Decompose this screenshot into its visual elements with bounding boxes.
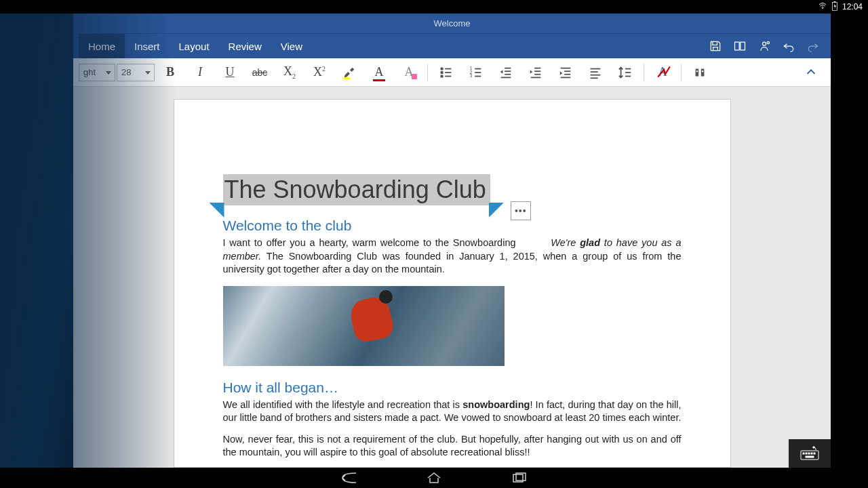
selection-region[interactable]: The Snowboarding Club ••• (223, 174, 490, 205)
p1-frag-d: The Snowboarding Club was founded in Jan… (223, 251, 682, 275)
tab-layout[interactable]: Layout (170, 34, 219, 58)
tab-view-label: View (281, 41, 302, 52)
svg-point-37 (696, 70, 698, 71)
status-time: 12:04 (842, 2, 863, 12)
svg-point-0 (822, 7, 823, 9)
battery-charging-icon (831, 1, 838, 13)
p1-frag-a: I want to offer you a hearty, warm welco… (223, 237, 516, 248)
nav-recents-button[interactable] (511, 472, 528, 484)
decrease-indent-button[interactable] (492, 60, 520, 85)
font-name-combo[interactable]: ght (79, 64, 115, 81)
doc-title[interactable]: The Snowboarding Club (223, 174, 490, 205)
svg-text:3: 3 (470, 73, 473, 78)
subscript-button[interactable]: X2 (275, 60, 304, 85)
strikethrough-button[interactable]: abc (245, 60, 274, 85)
bold-button[interactable]: B (156, 60, 184, 85)
selection-handle-start[interactable] (210, 203, 224, 218)
ribbon-tab-row: Home Insert Layout Review View (73, 34, 831, 58)
undo-button[interactable] (776, 34, 801, 58)
keyboard-toggle-button[interactable] (789, 439, 831, 468)
android-status-bar: 12:04 (0, 0, 868, 14)
context-menu-button[interactable]: ••• (511, 201, 531, 220)
svg-point-4 (767, 41, 769, 43)
selection-handle-end[interactable] (489, 203, 504, 218)
nav-home-button[interactable] (425, 472, 443, 484)
heading-began[interactable]: How it all began… (223, 380, 682, 396)
nav-back-button[interactable] (340, 472, 357, 484)
svg-point-46 (813, 447, 814, 448)
reading-view-button[interactable] (728, 34, 752, 58)
tab-insert-label: Insert (134, 41, 160, 52)
special-indent-button[interactable] (551, 60, 580, 85)
svg-rect-5 (344, 77, 350, 79)
font-color-button[interactable]: A (365, 60, 393, 85)
save-button[interactable] (703, 34, 728, 58)
svg-rect-41 (806, 453, 807, 454)
bullets-button[interactable] (432, 60, 460, 85)
svg-point-38 (702, 70, 703, 71)
heading-welcome[interactable]: Welcome to the club (223, 218, 682, 234)
tab-review[interactable]: Review (219, 34, 271, 58)
paragraph-began-1[interactable]: We all identified with the lifestyle and… (223, 399, 682, 425)
document-title: Welcome (434, 18, 471, 28)
p1-frag-b: We're (551, 237, 580, 248)
title-bar: Welcome (73, 14, 831, 34)
numbering-button[interactable]: 123 (462, 60, 490, 85)
tab-review-label: Review (229, 41, 262, 52)
tab-layout-label: Layout (179, 41, 210, 52)
underline-button[interactable]: U (216, 60, 244, 85)
alignment-button[interactable] (581, 60, 610, 85)
font-size-value: 28 (121, 67, 131, 77)
find-button[interactable] (686, 60, 714, 85)
tab-home-label: Home (88, 41, 115, 52)
styles-button[interactable]: A (648, 60, 677, 85)
highlight-button[interactable] (335, 60, 363, 85)
paragraph-began-2[interactable]: Now, never fear, this is not a requireme… (223, 433, 682, 460)
ribbon-home: ght 28 B I U abc X2 X2 A A 123 A (73, 58, 831, 87)
collapse-ribbon-button[interactable] (797, 60, 825, 85)
tab-view[interactable]: View (271, 34, 312, 58)
svg-point-3 (763, 42, 766, 45)
document-scroll-area[interactable]: The Snowboarding Club ••• Welcome to the… (73, 87, 831, 468)
svg-rect-45 (806, 456, 814, 458)
line-spacing-button[interactable] (611, 60, 639, 85)
p2-frag-a: We all identified with the lifestyle and… (223, 399, 463, 410)
font-size-combo[interactable]: 28 (117, 64, 155, 81)
p2-snowboarding: snowboarding (462, 399, 530, 410)
svg-point-10 (441, 75, 443, 77)
redo-button[interactable] (801, 34, 825, 58)
clear-formatting-button[interactable]: A (395, 60, 423, 85)
word-app-window: Welcome Home Insert Layout Review View g… (73, 14, 831, 468)
svg-rect-39 (801, 451, 818, 460)
document-page[interactable]: The Snowboarding Club ••• Welcome to the… (174, 99, 731, 468)
wifi-icon (818, 2, 827, 12)
font-name-value: ght (83, 67, 96, 77)
paragraph-welcome[interactable]: I want to offer you a hearty, warm welco… (223, 237, 682, 277)
svg-rect-43 (811, 453, 812, 454)
share-button[interactable] (752, 34, 776, 58)
svg-rect-44 (814, 453, 815, 454)
android-nav-bar (0, 468, 868, 488)
italic-button[interactable]: I (186, 60, 214, 85)
svg-rect-42 (808, 453, 810, 454)
increase-indent-button[interactable] (521, 60, 550, 85)
p1-glad: glad (580, 237, 600, 248)
tab-insert[interactable]: Insert (125, 34, 170, 58)
svg-rect-40 (803, 453, 804, 454)
snowboard-image[interactable] (223, 286, 505, 366)
tab-home[interactable]: Home (79, 34, 125, 58)
superscript-button[interactable]: X2 (305, 60, 334, 85)
svg-point-8 (441, 71, 443, 73)
svg-rect-2 (834, 1, 836, 2)
svg-point-6 (441, 68, 443, 70)
